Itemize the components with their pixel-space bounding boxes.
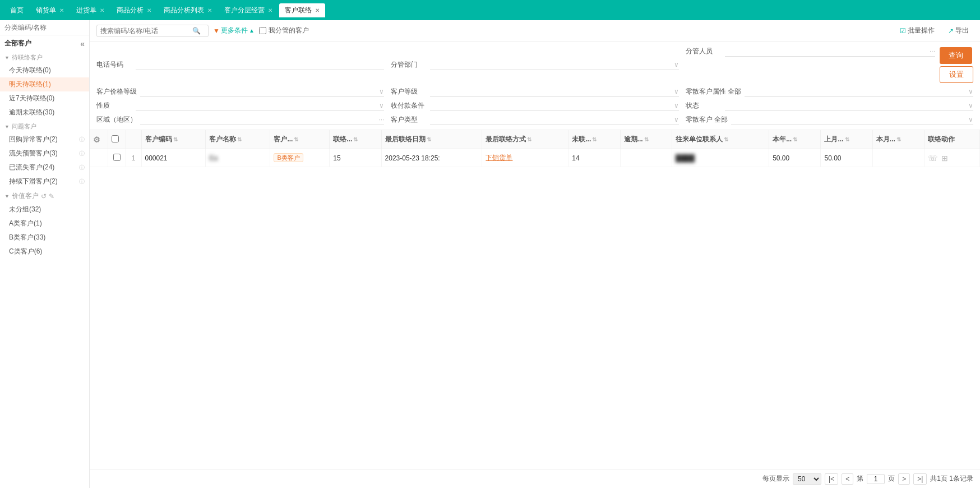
sidebar-item-7day-pending[interactable]: 近7天待联络(0)	[0, 91, 89, 105]
filter-label-price-level: 客户价格等级	[96, 87, 137, 96]
row-last-contact-method[interactable]: 下销货单	[482, 149, 568, 167]
sidebar-item-repurchase-abnormal[interactable]: 回购异常客户(2)ⓘ	[0, 132, 89, 146]
chevron-down-icon: ∨	[968, 102, 973, 109]
sort-icon: ⇅	[793, 136, 797, 142]
sidebar-item-ungrouped[interactable]: 未分组(32)	[0, 202, 89, 217]
row-checkbox-cell[interactable]	[108, 149, 126, 167]
sidebar-item-churn-warning[interactable]: 流失预警客户(3)ⓘ	[0, 146, 89, 160]
filter-select-manager[interactable]: ···	[725, 46, 935, 57]
sidebar-item-declining[interactable]: 持续下滑客户(2)ⓘ	[0, 174, 89, 188]
row-checkbox[interactable]	[113, 154, 121, 161]
row-index-cell: 1	[126, 149, 141, 167]
search-input[interactable]	[100, 27, 190, 35]
col-customer-name[interactable]: 客户名称⇅	[206, 130, 270, 149]
prev-page-button[interactable]: <	[842, 473, 853, 485]
sidebar-item-overdue[interactable]: 逾期未联络(30)	[0, 105, 89, 119]
nav-product-analysis[interactable]: 商品分析 ✕	[111, 3, 157, 17]
close-icon[interactable]: ✕	[59, 7, 64, 13]
nav-home[interactable]: 首页	[4, 3, 29, 17]
nav-product-analysis-list[interactable]: 商品分析列表 ✕	[158, 3, 218, 17]
close-icon[interactable]: ✕	[147, 7, 151, 13]
filter-row-status: 状态 ∨	[686, 100, 973, 111]
export-button[interactable]: ↗ 导出	[944, 24, 973, 38]
chevron-down-icon: ∨	[674, 61, 679, 68]
page-input[interactable]	[867, 474, 885, 484]
sidebar-item-today-pending[interactable]: 今天待联络(0)	[0, 63, 89, 77]
filter-select-nature[interactable]: ∨	[136, 100, 384, 111]
sidebar-item-c-class[interactable]: C类客户(6)	[0, 245, 89, 259]
sidebar-item-b-class[interactable]: B类客户(33)	[0, 231, 89, 245]
nav-customer-layering[interactable]: 客户分层经营 ✕	[219, 3, 278, 17]
filter-select-region[interactable]: ···	[140, 114, 384, 125]
filter-row-payment: 收付款条件 ∨	[391, 100, 678, 111]
first-page-button[interactable]: |<	[825, 473, 838, 485]
filter-select-customer-level[interactable]: ∨	[430, 86, 678, 97]
query-button[interactable]: 查询	[940, 47, 972, 64]
chevron-down-icon: ∨	[674, 88, 679, 95]
all-customers-title[interactable]: 全部客户 «	[0, 35, 89, 50]
filter-row-dept: 分管部门 ∨	[391, 46, 678, 83]
filter-select-status[interactable]: ∨	[725, 100, 973, 111]
nav-purchase-order[interactable]: 进货单 ✕	[71, 3, 110, 17]
filter-label-nature: 性质	[96, 101, 132, 111]
chevron-down-icon: ∨	[674, 102, 679, 109]
sidebar-item-tomorrow-pending[interactable]: 明天待联络(1)	[0, 77, 89, 91]
nav-sales-order[interactable]: 销货单 ✕	[30, 3, 70, 17]
my-customers-checkbox-label[interactable]: 我分管的客户	[259, 26, 309, 35]
nav-customer-contact[interactable]: 客户联络 ✕	[279, 3, 325, 17]
sort-icon: ⇅	[237, 136, 242, 142]
search-icon[interactable]: 🔍	[192, 27, 201, 35]
col-not-contacted[interactable]: 未联...⇅	[568, 130, 620, 149]
sidebar: 🔍 全部客户 « 待联络客户 今天待联络(0) 明天待联络(1) 近7天待联络(…	[0, 20, 90, 488]
batch-op-button[interactable]: ☑ 批量操作	[895, 24, 939, 38]
last-page-button[interactable]: >|	[913, 473, 927, 485]
close-icon[interactable]: ✕	[315, 7, 320, 13]
col-customer-type[interactable]: 客户...⇅	[270, 130, 330, 149]
sort-icon: ⇅	[527, 136, 531, 142]
col-last-month[interactable]: 上月...⇅	[821, 130, 872, 149]
filter-select-retail-attr[interactable]: ∨	[745, 86, 973, 97]
top-nav: 首页 销货单 ✕ 进货单 ✕ 商品分析 ✕ 商品分析列表 ✕ 客户分层经营 ✕ …	[0, 0, 980, 20]
col-customer-code[interactable]: 客户编码⇅	[141, 130, 206, 149]
col-last-contact-date[interactable]: 最后联络日期⇅	[381, 130, 482, 149]
phone-action-icon[interactable]: ☏	[928, 154, 938, 163]
row-this-year: 50.00	[769, 149, 821, 167]
filter-select-dept[interactable]: ∨	[430, 59, 678, 70]
select-all-checkbox[interactable]	[112, 135, 119, 142]
col-this-year[interactable]: 本年...⇅	[769, 130, 821, 149]
my-customers-checkbox[interactable]	[259, 27, 266, 34]
settings-icon[interactable]: ⚙	[93, 135, 100, 144]
filter-label-customer-type: 客户类型	[391, 115, 427, 125]
set-button[interactable]: 设置	[940, 66, 973, 83]
row-overdue	[620, 149, 672, 167]
next-page-button[interactable]: >	[898, 473, 910, 485]
filter-select-retail-customer[interactable]: ∨	[731, 114, 973, 125]
col-overdue[interactable]: 逾期...⇅	[620, 130, 672, 149]
filter-row-manager: 分管人员 ···	[686, 46, 935, 57]
col-contact-count[interactable]: 联络...⇅	[330, 130, 381, 149]
sidebar-item-churned[interactable]: 已流失客户(24)ⓘ	[0, 160, 89, 174]
filter-row-price-level: 客户价格等级 ∨	[96, 86, 384, 97]
filter-label-retail-customer: 零散客户 全部	[686, 115, 728, 125]
close-icon[interactable]: ✕	[268, 7, 272, 13]
filter-input-phone[interactable]	[136, 59, 384, 70]
per-page-select[interactable]: 50 100 200	[793, 473, 821, 485]
col-checkbox	[108, 130, 126, 149]
col-settings[interactable]: ⚙	[90, 130, 108, 149]
col-unit-contact[interactable]: 往来单位联系人⇅	[672, 130, 769, 149]
sidebar-search-input[interactable]	[4, 24, 89, 31]
filter-select-price-level[interactable]: ∨	[140, 86, 384, 97]
chevron-down-icon: ∨	[379, 102, 384, 109]
more-filter-button[interactable]: ▼ 更多条件 ▲	[213, 26, 255, 35]
sidebar-item-a-class[interactable]: A类客户(1)	[0, 217, 89, 231]
sort-icon: ⇅	[896, 136, 901, 142]
col-this-month[interactable]: 本月...⇅	[872, 130, 924, 149]
close-icon[interactable]: ✕	[100, 7, 104, 13]
filter-row-customer-level: 客户等级 ∨	[391, 86, 678, 97]
close-icon[interactable]: ✕	[207, 7, 212, 13]
grid-action-icon[interactable]: ⊞	[941, 154, 948, 163]
filter-select-customer-type[interactable]: ∨	[430, 114, 678, 125]
chevron-down-icon: ∨	[968, 88, 973, 95]
col-last-contact-method[interactable]: 最后联络方式⇅	[482, 130, 568, 149]
filter-select-payment[interactable]: ∨	[430, 100, 678, 111]
